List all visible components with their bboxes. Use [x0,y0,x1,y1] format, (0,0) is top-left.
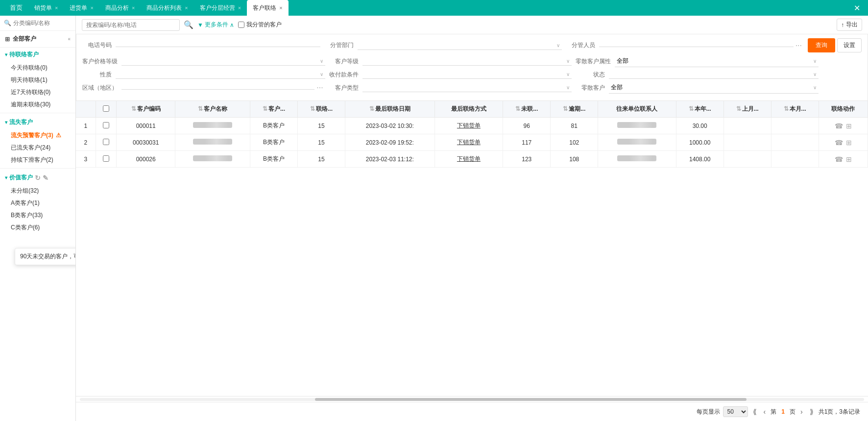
page-nav-next[interactable]: › [798,407,805,417]
refresh-icon[interactable]: ↻ [35,174,41,182]
search-button[interactable]: 🔍 [184,20,193,29]
dept-select[interactable]: ∨ [358,41,562,50]
sidebar-item-class-c[interactable]: C类客户(6) [0,222,75,234]
sidebar-pending-section[interactable]: ▾ 待联络客户 [0,48,75,62]
search-input[interactable] [82,19,180,31]
page-nav-last[interactable]: ⟫ [808,407,816,417]
col-code[interactable]: ⇅客户编码 [117,101,175,118]
cell-last-way[interactable]: 下销货单 [434,118,503,134]
row-checkbox[interactable] [103,139,109,145]
phone-input[interactable] [116,44,320,47]
close-sales-tab[interactable]: × [55,5,58,11]
zero-customer-select[interactable]: 全部 ∨ [609,82,819,94]
cell-contact-count: 15 [298,118,345,134]
horizontal-scrollbar[interactable] [76,396,868,402]
col-checkbox[interactable] [96,101,117,118]
col-overdue[interactable]: ⇅逾期... [551,101,598,118]
query-button[interactable]: 查询 [808,38,835,52]
action-more-icon[interactable]: ⊞ [846,139,852,147]
row-checkbox[interactable] [103,122,109,128]
filter-icon: ▼ [197,22,203,28]
sidebar-item-class-a[interactable]: A类客户(1) [0,197,75,209]
settings-button[interactable]: 设置 [837,38,862,52]
price-select[interactable]: ∨ [121,57,325,66]
col-last-way[interactable]: 最后联络方式 [434,101,503,118]
cell-action: ☎ ⊞ [819,151,868,168]
tab-purchase[interactable]: 进货单 × [64,0,99,16]
page-nav-first[interactable]: ⟪ [751,407,759,417]
sidebar-collapse-icon[interactable]: « [68,36,71,42]
action-more-icon[interactable]: ⊞ [846,155,852,163]
select-all-checkbox[interactable] [103,105,109,112]
per-page-select[interactable]: 50 100 200 [723,406,748,417]
my-customers-checkbox-label[interactable]: 我分管的客户 [238,21,282,29]
sidebar-item-tomorrow[interactable]: 明天待联络(1) [0,74,75,86]
col-contact[interactable]: ⇅联络... [298,101,345,118]
person-input[interactable] [599,44,793,47]
sidebar-value-section[interactable]: ▾ 价值客户 ↻ ✎ [0,171,75,185]
sidebar-all-customers[interactable]: ⊞ 全部客户 « [0,31,75,48]
col-last-month[interactable]: ⇅上月... [723,101,771,118]
col-this-month[interactable]: ⇅本月... [771,101,819,118]
close-customer-contact-tab[interactable]: × [279,5,282,11]
nav-home[interactable]: 首页 [4,0,28,16]
cell-checkbox[interactable] [96,118,117,134]
tab-customer-contact[interactable]: 客户联络 × [247,0,288,16]
col-no-contact[interactable]: ⇅未联... [503,101,551,118]
sidebar-item-already-churn[interactable]: 已流失客户(24) [0,142,75,154]
region-more[interactable]: ··· [314,83,325,92]
window-close-button[interactable]: ✕ [850,3,864,13]
tab-analysis[interactable]: 商品分析 × [99,0,141,16]
filter-customer-type: 客户类型 ∨ [329,83,572,92]
close-purchase-tab[interactable]: × [90,5,93,11]
col-type[interactable]: ⇅客户... [250,101,298,118]
hscroll-thumb[interactable] [315,398,747,401]
payment-select[interactable]: ∨ [362,70,572,79]
cell-checkbox[interactable] [96,134,117,151]
sidebar-item-ungroup[interactable]: 未分组(32) [0,185,75,197]
level-select[interactable]: ∨ [362,57,572,66]
action-phone-icon[interactable]: ☎ [835,139,843,147]
sidebar-item-churn-warning[interactable]: 流失预警客户(3) ⚠ [0,129,75,142]
cell-this-month [771,151,819,168]
sidebar-item-today[interactable]: 今天待联络(0) [0,62,75,74]
close-customer-layer-tab[interactable]: × [238,5,241,11]
row-checkbox[interactable] [103,155,109,162]
col-name[interactable]: ⇅客户名称 [175,101,250,118]
sidebar-item-declining[interactable]: 持续下滑客户(2) [0,154,75,166]
sidebar-item-7days[interactable]: 近7天待联络(0) [0,86,75,99]
export-button[interactable]: ↑ 导出 [837,19,862,31]
action-phone-icon[interactable]: ☎ [835,122,843,130]
region-input[interactable] [121,86,314,90]
action-phone-icon[interactable]: ☎ [835,155,843,163]
status-select[interactable]: ∨ [609,70,819,79]
gender-select[interactable]: ∨ [116,70,325,79]
sidebar-churn-section[interactable]: ▾ 流失客户 [0,115,75,129]
col-last-date[interactable]: ⇅最后联络日期 [345,101,435,118]
zero-attr-label: 零散客户属性 [576,57,611,66]
person-more[interactable]: ··· [794,41,804,50]
my-customers-checkbox[interactable] [238,22,244,28]
sidebar-search-input[interactable] [13,20,76,26]
customer-type-select[interactable]: ∨ [362,83,572,92]
export-icon: ↑ [841,22,844,28]
action-more-icon[interactable]: ⊞ [846,122,852,130]
tab-sales[interactable]: 销货单 × [28,0,64,16]
cell-last-way[interactable]: 下销货单 [434,151,503,168]
close-analysis-list-tab[interactable]: × [185,5,188,11]
col-contact-person[interactable]: 往来单位联系人 [598,101,676,118]
page-nav-prev[interactable]: ‹ [762,407,768,417]
cell-action: ☎ ⊞ [819,118,868,134]
cell-last-way[interactable]: 下销货单 [434,134,503,151]
zero-attr-select[interactable]: 全部 ∨ [615,55,819,67]
sidebar-item-class-b[interactable]: B类客户(33) [0,209,75,222]
cell-checkbox[interactable] [96,151,117,168]
col-this-year[interactable]: ⇅本年... [676,101,723,118]
sidebar-item-overdue[interactable]: 逾期未联络(30) [0,99,75,111]
close-analysis-tab[interactable]: × [132,5,135,11]
edit-icon[interactable]: ✎ [43,174,48,182]
tab-analysis-list[interactable]: 商品分析列表 × [141,0,193,16]
tab-customer-layer[interactable]: 客户分层经营 × [194,0,247,16]
more-conditions[interactable]: ▼ 更多条件 ∧ [197,21,234,29]
cell-contact-person [598,134,676,151]
